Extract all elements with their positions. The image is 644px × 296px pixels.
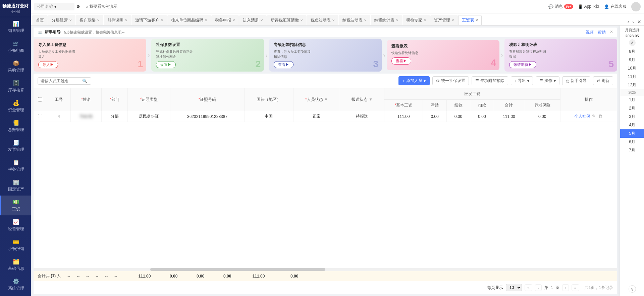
operations-btn[interactable]: ☰ 操作 ▾: [536, 76, 559, 85]
close-icon[interactable]: ✕: [125, 18, 127, 22]
online-service-btn[interactable]: 👤 在线客服: [604, 4, 627, 9]
month-item-8[interactable]: 8月: [620, 47, 644, 56]
sidebar-item-salary[interactable]: 💵 工资: [0, 196, 31, 215]
tab-home[interactable]: 首页: [32, 15, 48, 25]
message-btn[interactable]: 💬 消息 99+: [548, 4, 573, 9]
close-icon[interactable]: ✕: [260, 18, 263, 22]
sidebar-item-tax[interactable]: 📋 税务管理: [0, 156, 31, 176]
tab-salary-table[interactable]: 工资表 ✕: [458, 15, 482, 25]
sidebar-item-sales[interactable]: 📊 销售管理: [0, 17, 31, 37]
app-download-btn[interactable]: 📱 App下载: [578, 4, 599, 9]
step-4-btn[interactable]: 查看▶: [391, 57, 411, 65]
tab-next-icon[interactable]: ›: [631, 18, 635, 25]
first-page-btn[interactable]: «: [525, 284, 532, 291]
filter-icon[interactable]: ▼: [324, 97, 328, 102]
tab-tax-burden[interactable]: 税负波动表 ✕: [307, 15, 338, 25]
close-icon[interactable]: ✕: [232, 18, 235, 22]
add-employee-btn[interactable]: + 添加人员 ▾: [398, 76, 430, 85]
close-icon[interactable]: ✕: [97, 18, 100, 22]
tab-clear[interactable]: 进入清册 ✕: [239, 15, 267, 25]
tab-clear-label: 进入清册: [243, 17, 259, 23]
sidebar-item-system[interactable]: ⚙️ 系统管理: [0, 275, 31, 295]
tab-income-tax[interactable]: 所得税汇算清缴 ✕: [267, 15, 307, 25]
tab-tier[interactable]: 分层经营 ✕: [48, 15, 75, 25]
tab-asset-mgmt[interactable]: 资产管理 ✕: [430, 15, 458, 25]
edit-icon[interactable]: ✎: [592, 114, 596, 119]
export-btn[interactable]: ↓ 导出 ▾: [511, 76, 533, 85]
sidebar-item-invoice[interactable]: 🧾 发票管理: [0, 136, 31, 156]
refresh-btn[interactable]: ↺ 刷新: [593, 76, 613, 85]
step-2-btn[interactable]: 设置▶: [156, 61, 176, 68]
sidebar-item-purchase[interactable]: 📦 采购管理: [0, 57, 31, 77]
next-page-btn[interactable]: ›: [562, 284, 569, 291]
month-item-10[interactable]: 10月: [620, 64, 644, 73]
sidebar-item-ledger[interactable]: 📒 总账管理: [0, 116, 31, 136]
month-up-icon[interactable]: ∧: [629, 39, 636, 46]
close-icon[interactable]: ✕: [332, 18, 335, 22]
month-item-4[interactable]: 4月: [620, 121, 644, 129]
tab-tax-report[interactable]: 税务申报 ✕: [211, 15, 239, 25]
month-item-6[interactable]: 6月: [620, 138, 644, 146]
month-item-1[interactable]: 1月: [620, 96, 644, 104]
sidebar-item-operation[interactable]: 📈 经营管理: [0, 215, 31, 235]
close-icon[interactable]: ✕: [396, 18, 398, 22]
filter-icon[interactable]: ▼: [369, 97, 373, 102]
help-link[interactable]: 帮助: [598, 30, 606, 35]
month-item-12[interactable]: 12月: [620, 81, 644, 89]
prev-page-btn[interactable]: ‹: [535, 284, 542, 291]
sidebar-item-finance[interactable]: 💰 资金管理: [0, 96, 31, 116]
tab-tax-expert[interactable]: 税检专家 ✕: [402, 15, 430, 25]
sidebar-item-basic-info[interactable]: 🗂️ 基础信息: [0, 255, 31, 275]
close-icon[interactable]: ✕: [364, 18, 367, 22]
sidebar-item-inventory[interactable]: 🗄️ 库存核算: [0, 77, 31, 96]
page-size-select[interactable]: 10 20 50: [506, 284, 522, 291]
month-item-9[interactable]: 9月: [620, 56, 644, 64]
sidebar-item-ecommerce[interactable]: 🛒 小畅电商: [0, 37, 31, 57]
row-select-checkbox[interactable]: [38, 114, 42, 118]
company-selector[interactable]: 公司名称 ▾: [34, 3, 74, 10]
demo-link[interactable]: ○ 我要看实例演示: [86, 4, 117, 9]
tab-tax-stat[interactable]: 纳税统计表 ✕: [371, 15, 402, 25]
month-item-7[interactable]: 7月: [620, 146, 644, 155]
close-guidance-icon[interactable]: ✕: [610, 30, 613, 35]
close-icon[interactable]: ✕: [424, 18, 426, 22]
tab-invite[interactable]: 邀请下游客户 ✕: [131, 15, 167, 25]
search-icon[interactable]: 🔍: [82, 79, 87, 83]
avatar[interactable]: [631, 2, 641, 11]
special-deduction-btn[interactable]: ☰ 专项附加扣除: [472, 76, 508, 85]
video-link[interactable]: 视频: [586, 30, 594, 35]
month-item-11[interactable]: 11月: [620, 73, 644, 81]
search-input[interactable]: [41, 79, 81, 83]
step-3-btn[interactable]: 查看▶: [274, 61, 293, 68]
select-all-checkbox[interactable]: [38, 97, 42, 101]
settings-btn[interactable]: ⚙: [76, 4, 80, 9]
step-1-btn[interactable]: 导入▶: [38, 61, 58, 68]
tab-product-code[interactable]: 往来单位商品编码 ✕: [167, 15, 211, 25]
close-icon[interactable]: ✕: [161, 18, 163, 22]
personal-insurance-link[interactable]: 个人社保: [574, 114, 590, 119]
close-icon[interactable]: ✕: [205, 18, 207, 22]
tab-prev-icon[interactable]: ‹: [626, 18, 631, 25]
month-down-icon[interactable]: ∨: [629, 285, 636, 293]
hscrollbar[interactable]: [34, 268, 617, 271]
sidebar-item-collab[interactable]: 🤝 企业协同: [0, 295, 31, 296]
tab-close-all-icon[interactable]: ✕: [636, 18, 643, 25]
sidebar-item-assets[interactable]: 🏢 固定资产: [0, 176, 31, 196]
tab-customer[interactable]: 客户联络 ✕: [76, 15, 103, 25]
step-5-btn[interactable]: 敬请期待▶: [509, 61, 536, 68]
tab-tax-wave[interactable]: 纳税波动表 ✕: [339, 15, 370, 25]
month-item-2[interactable]: 2月: [620, 104, 644, 113]
close-icon[interactable]: ✕: [451, 18, 454, 22]
footer-dash-4: --: [96, 274, 98, 279]
tab-guide[interactable]: 引导说明 ✕: [104, 15, 131, 25]
close-icon[interactable]: ✕: [475, 18, 478, 22]
delete-icon[interactable]: 🗑: [598, 114, 602, 119]
last-page-btn[interactable]: »: [572, 284, 579, 291]
close-icon[interactable]: ✕: [69, 18, 72, 22]
sidebar-item-expense[interactable]: 💳 小畅报销: [0, 235, 31, 255]
month-item-5[interactable]: 5月: [620, 129, 644, 138]
new-guide-btn[interactable]: ◎ 新手引导: [562, 76, 590, 85]
close-icon[interactable]: ✕: [300, 18, 303, 22]
month-item-3[interactable]: 3月: [620, 113, 644, 121]
unified-settings-btn[interactable]: ⚙ 统一社保设置: [432, 76, 469, 85]
